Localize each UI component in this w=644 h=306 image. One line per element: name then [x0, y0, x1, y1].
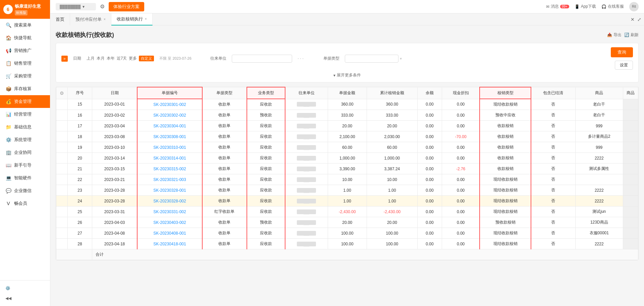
tab-close-prepayment[interactable]: ×: [104, 17, 106, 21]
online-service-button[interactable]: 🎧 在线客服: [601, 4, 624, 9]
purchase-icon: 🛒: [5, 73, 11, 79]
sidebar-item-sales[interactable]: 📋销售管理: [0, 57, 50, 70]
cell-gear-6: [56, 164, 68, 174]
export-button[interactable]: 📤 导出: [607, 32, 622, 38]
cell-include-settled-0: 否: [531, 99, 575, 110]
sidebar-item-inventory[interactable]: 📦库存核算: [0, 82, 50, 95]
bill-no-link-13[interactable]: SK-20230418-001: [153, 242, 186, 246]
refresh-button[interactable]: 🔄 刷新: [624, 32, 639, 38]
cell-biz-type-2: 应收款: [247, 121, 285, 131]
tab-close-collection[interactable]: ×: [145, 17, 147, 21]
sidebar-item-search[interactable]: 🔍搜索菜单: [0, 19, 50, 32]
cell-bill-no-4: SK-20230310-001: [137, 142, 202, 153]
cell-writeoff-type-0: 现结收款核销: [480, 99, 531, 110]
bill-no-link-5[interactable]: SK-20230314-001: [153, 156, 186, 161]
workspace-selector[interactable]: ████████ ▾: [56, 3, 96, 10]
bill-no-link-2[interactable]: SK-20230304-001: [153, 124, 186, 128]
tab-home[interactable]: 首页: [50, 13, 70, 25]
table-row: 26 2023-04-03 SK-20230403-002 收款单 预收款 ██…: [56, 217, 638, 228]
sidebar-item-purchase[interactable]: 🛒采购管理: [0, 70, 50, 82]
cell-written-off-9: 1.00: [367, 196, 417, 206]
column-biz-type: 业务类型: [247, 87, 285, 99]
expand-more-button[interactable]: ▾ 展开更多条件: [333, 72, 361, 78]
column-settings-icon[interactable]: ⚙: [60, 90, 64, 96]
bill-no-link-12[interactable]: SK-20230408-001: [153, 231, 186, 236]
filter-expand-button[interactable]: »: [61, 56, 68, 62]
bill-no-link-10[interactable]: SK-20230331-002: [153, 209, 186, 214]
bill-no-link-1[interactable]: SK-20230302-002: [153, 113, 186, 118]
close-tab-button[interactable]: ✕: [631, 17, 635, 22]
sidebar-item-marketing[interactable]: 📢营销推广: [0, 44, 50, 57]
query-button[interactable]: 查询: [611, 47, 633, 57]
sidebar-item-basics[interactable]: 📁基础信息: [0, 121, 50, 133]
bill-no-link-6[interactable]: SK-20230315-002: [153, 167, 186, 171]
sidebar-bottom: ⚙️ ◀◀: [0, 280, 50, 306]
expand-more-icon: ▾: [333, 73, 335, 78]
message-icon: ✉: [546, 4, 549, 9]
cell-include-settled-10: 否: [531, 206, 575, 217]
sidebar-item-quicknav[interactable]: 🏠快捷导航: [0, 32, 50, 44]
sidebar-item-system[interactable]: ⚙️系统管理: [0, 133, 50, 146]
cell-bill-no-3: SK-20230308-001: [137, 131, 202, 142]
more-date-btn[interactable]: 更多: [129, 56, 137, 61]
sidebar-item-enterprise[interactable]: 🏢企业协同: [0, 146, 50, 159]
cell-product-11: 123D商品: [575, 217, 623, 228]
cell-cash-discount-3: -70.00: [442, 131, 480, 142]
this-month-btn[interactable]: 本月: [97, 56, 105, 61]
settings-gear-icon[interactable]: ⚙: [100, 3, 105, 10]
cell-written-off-0: 360.00: [367, 99, 417, 110]
cell-writeoff-type-8: 现结收款核销: [480, 185, 531, 196]
cell-product-5: 2222: [575, 153, 623, 164]
bill-no-link-8[interactable]: SK-20230328-001: [153, 188, 186, 193]
cell-cash-discount-0: 0.00: [442, 99, 480, 110]
sidebar-collapse[interactable]: ◀◀: [0, 293, 50, 303]
cell-bill-type-13: 收款单: [202, 239, 247, 249]
bill-no-link-9[interactable]: SK-20230328-002: [153, 199, 186, 203]
last-month-btn[interactable]: 上月: [87, 56, 95, 61]
table-row: 25 2023-03-31 SK-20230331-002 红字收款单 应收款 …: [56, 206, 638, 217]
tab-prepayment[interactable]: 预付冲应付单×: [70, 13, 111, 25]
receipt-type-input[interactable]: [345, 55, 398, 63]
sidebar-item-wechat[interactable]: 💬企业微信: [0, 184, 50, 197]
app-download-button[interactable]: 📱 App下载: [575, 4, 596, 9]
logo-badge: 标推版: [15, 10, 28, 15]
custom-date-btn[interactable]: 自定义: [139, 56, 154, 61]
message-button[interactable]: ✉ 消息 99+: [546, 4, 569, 9]
partner-input[interactable]: [232, 55, 292, 63]
bill-no-link-0[interactable]: SK-20230301-002: [153, 102, 186, 107]
page-title: 收款核销执行(按收款): [56, 31, 114, 39]
sidebar-item-operations[interactable]: 📊经营管理: [0, 108, 50, 121]
bill-no-link-11[interactable]: SK-20230403-002: [153, 220, 186, 225]
last-7days-btn[interactable]: 近7天: [117, 56, 127, 61]
date-options: 上月 本月 本年 近7天 更多 自定义: [87, 56, 154, 61]
sidebar-item-hardware[interactable]: 💻智能硬件: [0, 172, 50, 184]
tab-collection[interactable]: 收款核销执行×: [111, 13, 153, 25]
expand-tab-button[interactable]: ⤢: [637, 17, 641, 22]
sidebar-item-member[interactable]: V畅会员: [0, 197, 50, 210]
cell-bill-no-1: SK-20230302-002: [137, 110, 202, 121]
cell-product2-12: [623, 228, 638, 239]
filter-settings-button[interactable]: 设置: [615, 61, 633, 70]
sidebar-item-label-wechat: 企业微信: [14, 188, 32, 194]
table-row: 16 2023-03-02 SK-20230302-002 收款单 预收款 ██…: [56, 110, 638, 121]
enterprise-icon: 🏢: [5, 150, 11, 155]
workspace-name: ████████: [60, 5, 80, 9]
cell-balance-11: 0.00: [417, 217, 442, 228]
cell-partner-5: ██: [285, 153, 328, 164]
sidebar-item-guide[interactable]: 📖新手引导: [0, 159, 50, 172]
cell-no-4: 19: [68, 142, 92, 153]
this-year-btn[interactable]: 本年: [107, 56, 115, 61]
bill-no-link-4[interactable]: SK-20230310-001: [153, 145, 186, 150]
user-avatar[interactable]: Rit: [629, 2, 639, 11]
cell-bill-type-1: 收款单: [202, 110, 247, 121]
industry-solution-button[interactable]: 体验行业方案: [109, 2, 144, 11]
cell-biz-type-7: 应收款: [247, 174, 285, 185]
bill-no-link-7[interactable]: SK-20230321-003: [153, 177, 186, 182]
cell-cash-discount-7: 0.00: [442, 174, 480, 185]
sidebar-item-label-finance: 资金管理: [14, 99, 32, 105]
table-row: 19 2023-03-10 SK-20230310-001 收款单 应收款 ██…: [56, 142, 638, 153]
cell-balance-6: 0.00: [417, 164, 442, 174]
sidebar-settings[interactable]: ⚙️: [0, 283, 50, 293]
bill-no-link-3[interactable]: SK-20230308-001: [153, 134, 186, 139]
sidebar-item-finance[interactable]: 💰资金管理: [0, 95, 50, 108]
